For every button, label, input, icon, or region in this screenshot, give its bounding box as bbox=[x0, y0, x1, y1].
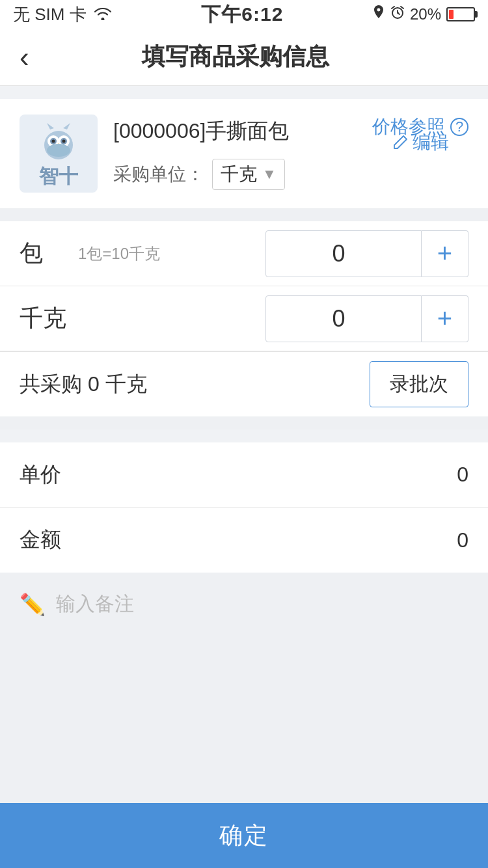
content-area bbox=[0, 636, 488, 818]
battery-percent: 20% bbox=[410, 5, 441, 23]
section-divider-2 bbox=[0, 416, 488, 429]
battery-icon bbox=[446, 7, 475, 21]
svg-point-6 bbox=[52, 139, 55, 142]
status-right: 20% bbox=[372, 5, 475, 23]
product-image: 智十 bbox=[20, 115, 98, 193]
unit-label: 采购单位： bbox=[113, 162, 204, 187]
quantity-section: 包 1包=10千克 + 千克 + bbox=[0, 221, 488, 351]
quantity-input-wrap-kg: + bbox=[72, 295, 468, 342]
logo-text: 智十 bbox=[39, 163, 78, 190]
status-left: 无 SIM 卡 bbox=[13, 3, 113, 26]
unit-value: 千克 bbox=[221, 162, 257, 187]
svg-point-11 bbox=[47, 144, 70, 157]
status-bar: 无 SIM 卡 下午6:12 20% bbox=[0, 0, 488, 29]
location-icon bbox=[372, 5, 385, 23]
back-button[interactable]: ‹ bbox=[20, 43, 42, 72]
edit-icon bbox=[392, 134, 409, 151]
product-card: 智十 [0000006]手撕面包 采购单位： 千克 ▼ 编辑 价格参照 ? bbox=[0, 99, 488, 208]
page-title: 填写商品采购信息 bbox=[42, 41, 429, 73]
quantity-row-kg: 千克 + bbox=[0, 286, 488, 351]
quantity-input-wrap-bao: + bbox=[160, 230, 468, 277]
price-ref-help-icon: ? bbox=[450, 118, 468, 136]
price-section: 单价 0 金额 0 bbox=[0, 442, 488, 573]
quantity-plus-kg[interactable]: + bbox=[422, 295, 468, 342]
total-row: 共采购 0 千克 录批次 bbox=[0, 351, 488, 416]
unit-select[interactable]: 千克 ▼ bbox=[212, 159, 285, 190]
unit-arrow-icon: ▼ bbox=[262, 166, 277, 183]
quantity-input-bao[interactable] bbox=[265, 230, 422, 277]
quantity-plus-bao[interactable]: + bbox=[422, 230, 468, 277]
amount-value: 0 bbox=[457, 528, 468, 552]
svg-marker-10 bbox=[63, 123, 70, 129]
notes-icon: ✏️ bbox=[20, 592, 46, 617]
price-row-unit: 单价 0 bbox=[0, 442, 488, 508]
confirm-label: 确定 bbox=[219, 820, 269, 852]
confirm-button[interactable]: 确定 bbox=[0, 803, 488, 868]
svg-marker-9 bbox=[47, 123, 54, 129]
price-row-amount: 金额 0 bbox=[0, 508, 488, 573]
batch-button[interactable]: 录批次 bbox=[370, 361, 468, 407]
quantity-input-kg[interactable] bbox=[265, 295, 422, 342]
product-logo-icon bbox=[36, 118, 81, 163]
no-sim-text: 无 SIM 卡 bbox=[13, 3, 87, 26]
notes-section[interactable]: ✏️ 输入备注 bbox=[0, 573, 488, 636]
quantity-label-bao: 包 bbox=[20, 237, 72, 269]
svg-point-7 bbox=[62, 139, 66, 142]
total-label: 共采购 0 千克 bbox=[20, 370, 370, 399]
edit-button[interactable]: 编辑 bbox=[392, 130, 449, 155]
wifi-icon bbox=[93, 5, 113, 25]
product-unit-row: 采购单位： 千克 ▼ bbox=[113, 159, 468, 190]
alarm-icon bbox=[390, 5, 405, 23]
quantity-label-kg: 千克 bbox=[20, 303, 72, 334]
unit-price-value: 0 bbox=[457, 463, 468, 487]
unit-price-label: 单价 bbox=[20, 461, 457, 489]
quantity-row-bao: 包 1包=10千克 + bbox=[0, 221, 488, 286]
status-time: 下午6:12 bbox=[201, 1, 283, 28]
nav-bar: ‹ 填写商品采购信息 bbox=[0, 29, 488, 86]
notes-placeholder: 输入备注 bbox=[56, 591, 134, 617]
section-divider-1 bbox=[0, 208, 488, 221]
amount-label: 金额 bbox=[20, 526, 457, 554]
edit-label: 编辑 bbox=[413, 130, 449, 155]
quantity-sublabel-bao: 1包=10千克 bbox=[78, 243, 160, 264]
